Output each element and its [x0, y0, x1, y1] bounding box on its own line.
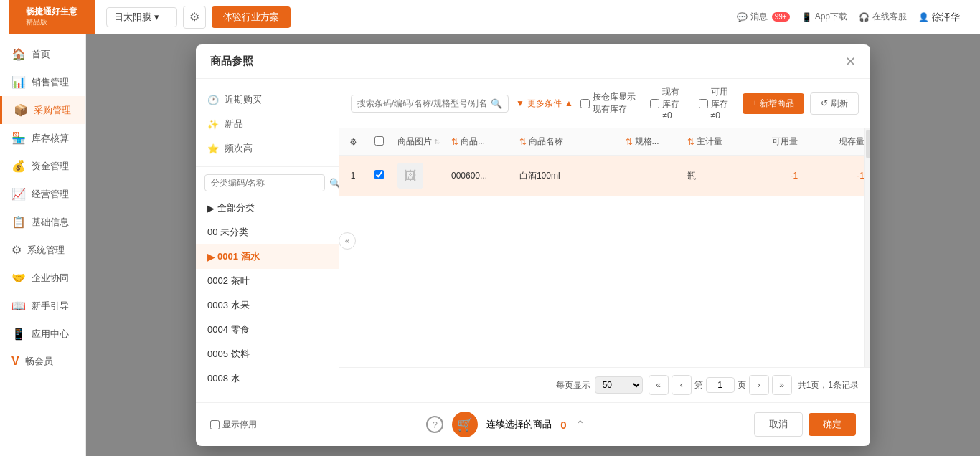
- table-row[interactable]: 1 🖼 000600... 白酒100ml: [339, 156, 870, 196]
- category-uncategorized[interactable]: 00 未分类: [196, 220, 339, 244]
- pagination-bar: 每页显示 50 10 20 100 « ‹: [339, 367, 870, 402]
- th-stock-label: 现存量: [839, 136, 864, 146]
- sidebar-item-enterprise[interactable]: 🤝 企业协同: [0, 264, 85, 292]
- sidebar-item-sales[interactable]: 📊 销售管理: [0, 68, 85, 96]
- user-icon: 👤: [918, 12, 929, 22]
- show-disabled-checkbox[interactable]: [210, 420, 220, 429]
- modal-header: 商品参照 ✕: [196, 44, 870, 79]
- collapse-panel-button[interactable]: «: [339, 232, 356, 250]
- sidebar-item-finance[interactable]: 💰 资金管理: [0, 152, 85, 180]
- th-checkbox[interactable]: [367, 128, 392, 156]
- category-all[interactable]: ▶ 全部分类: [196, 196, 339, 220]
- sidebar-item-guide[interactable]: 📖 新手引导: [0, 292, 85, 320]
- sidebar-label-sales: 销售管理: [32, 76, 69, 89]
- finance-icon: 💰: [11, 159, 26, 173]
- help-button[interactable]: ?: [426, 416, 443, 433]
- inventory-icon: 🏪: [11, 131, 26, 145]
- sidebar-label-guide: 新手引导: [32, 300, 69, 313]
- filter-checkboxes: 按仓库显示现有库存 现有库存≠0 可用库存≠0: [580, 86, 735, 120]
- sidebar-item-basic[interactable]: 📋 基础信息: [0, 208, 85, 236]
- logo-text: 畅捷通好生意: [26, 6, 77, 18]
- category-snack[interactable]: 0004 零食: [196, 318, 339, 342]
- category-beverage[interactable]: 0005 饮料: [196, 342, 339, 366]
- avail-nonzero-label: 可用库存≠0: [711, 86, 735, 120]
- select-all-checkbox[interactable]: [374, 136, 384, 146]
- row-checkbox-cell[interactable]: [367, 156, 392, 196]
- category-liquor[interactable]: ▶ 0001 酒水: [196, 244, 339, 269]
- collapse-footer-button[interactable]: ⌃: [575, 418, 585, 432]
- show-disabled-checkbox-label[interactable]: 显示停用: [210, 419, 257, 431]
- phone-icon: 📱: [801, 12, 812, 22]
- warehouse-stock-checkbox[interactable]: [580, 99, 590, 108]
- category-appliance[interactable]: 0010 家电: [196, 391, 339, 396]
- page-unit-label: 页: [738, 379, 746, 391]
- th-gear[interactable]: ⚙: [339, 128, 367, 156]
- online-service-button[interactable]: 🎧 在线客服: [859, 11, 907, 23]
- trial-button[interactable]: 体验行业方案: [212, 6, 291, 28]
- product-search-box: 🔍: [351, 95, 509, 113]
- confirm-button[interactable]: 确定: [809, 413, 856, 436]
- sidebar-label-app-center: 应用中心: [32, 328, 69, 341]
- th-code[interactable]: ⇅ 商品...: [446, 128, 514, 156]
- product-search-input[interactable]: [357, 98, 486, 108]
- th-name[interactable]: ⇅ 商品名称: [514, 128, 620, 156]
- add-product-button[interactable]: + 新增商品: [743, 93, 804, 114]
- sidebar-label-inventory: 库存核算: [32, 132, 69, 145]
- filter-button[interactable]: ▼ 更多条件 ▲: [516, 98, 573, 110]
- shortcut-new-label: 新品: [225, 118, 243, 130]
- sidebar-item-system[interactable]: ⚙ 系统管理: [0, 236, 85, 264]
- checkbox-warehouse-stock[interactable]: 按仓库显示现有库存: [580, 91, 639, 115]
- row-stock: -1: [804, 156, 870, 196]
- th-unit: ⇅ 主计量: [682, 128, 738, 156]
- category-fruit[interactable]: 0003 水果: [196, 293, 339, 318]
- page-size-select[interactable]: 50 10 20 100: [595, 376, 643, 394]
- sidebar-item-home[interactable]: 🏠 首页: [0, 40, 85, 68]
- settings-button[interactable]: ⚙: [183, 6, 206, 29]
- th-spec[interactable]: ⇅ 规格...: [620, 128, 682, 156]
- sidebar-item-operation[interactable]: 📈 经营管理: [0, 180, 85, 208]
- sidebar-item-app-center[interactable]: 📱 应用中心: [0, 320, 85, 348]
- sidebar-label-finance: 资金管理: [32, 160, 69, 173]
- checkbox-avail-nonzero[interactable]: 可用库存≠0: [699, 86, 735, 120]
- sidebar-item-purchase[interactable]: 📦 采购管理: [0, 96, 85, 124]
- cancel-button[interactable]: 取消: [754, 412, 803, 437]
- checkbox-stock-nonzero[interactable]: 现有库存≠0: [650, 86, 687, 120]
- app-download-button[interactable]: 📱 App下载: [801, 11, 847, 23]
- shortcut-new[interactable]: ✨ 新品: [196, 112, 339, 136]
- recent-icon: 🕐: [207, 95, 219, 105]
- cart-button[interactable]: 🛒: [452, 412, 478, 437]
- stock-nonzero-checkbox[interactable]: [650, 99, 659, 108]
- row-checkbox[interactable]: [374, 170, 384, 179]
- sidebar-label-purchase: 采购管理: [34, 104, 71, 117]
- page-number-input[interactable]: [706, 377, 735, 393]
- product-search-icon[interactable]: 🔍: [491, 98, 502, 109]
- last-page-button[interactable]: »: [772, 375, 792, 395]
- sidebar-label-basic: 基础信息: [32, 216, 69, 229]
- next-page-button[interactable]: ›: [749, 375, 769, 395]
- category-panel: 🕐 近期购买 ✨ 新品 ⭐ 频次高: [196, 79, 339, 402]
- refresh-button[interactable]: ↺ 刷新: [810, 92, 859, 115]
- avail-nonzero-checkbox[interactable]: [699, 99, 708, 108]
- th-code-sort-icon: ⇅: [451, 137, 458, 147]
- sidebar-item-inventory[interactable]: 🏪 库存核算: [0, 124, 85, 152]
- category-snack-label: 0004 零食: [207, 323, 250, 336]
- sidebar-item-member[interactable]: V 畅会员: [0, 348, 85, 375]
- message-button[interactable]: 💬 消息 99+: [737, 11, 790, 23]
- category-search-area: 🔍: [196, 170, 339, 196]
- user-profile[interactable]: 👤 徐泽华: [918, 11, 960, 24]
- first-page-button[interactable]: «: [649, 375, 669, 395]
- page-size-label: 每页显示: [556, 379, 590, 391]
- prev-page-button[interactable]: ‹: [672, 375, 692, 395]
- category-water[interactable]: 0008 水: [196, 366, 339, 391]
- store-selector[interactable]: 日太阳膜 ▾: [106, 7, 177, 27]
- stock-value: -1: [857, 171, 864, 181]
- modal-close-button[interactable]: ✕: [845, 55, 856, 68]
- operation-icon: 📈: [11, 187, 26, 201]
- shortcut-recent[interactable]: 🕐 近期购买: [196, 87, 339, 112]
- category-list: ▶ 全部分类 00 未分类 ▶ 0001 酒水 0002 茶: [196, 196, 339, 396]
- page-navigation: « ‹ 第 页 › »: [649, 375, 792, 395]
- system-icon: ⚙: [11, 243, 22, 257]
- shortcut-frequent[interactable]: ⭐ 频次高: [196, 136, 339, 161]
- category-tea[interactable]: 0002 茶叶: [196, 269, 339, 293]
- category-search-input[interactable]: [204, 174, 325, 191]
